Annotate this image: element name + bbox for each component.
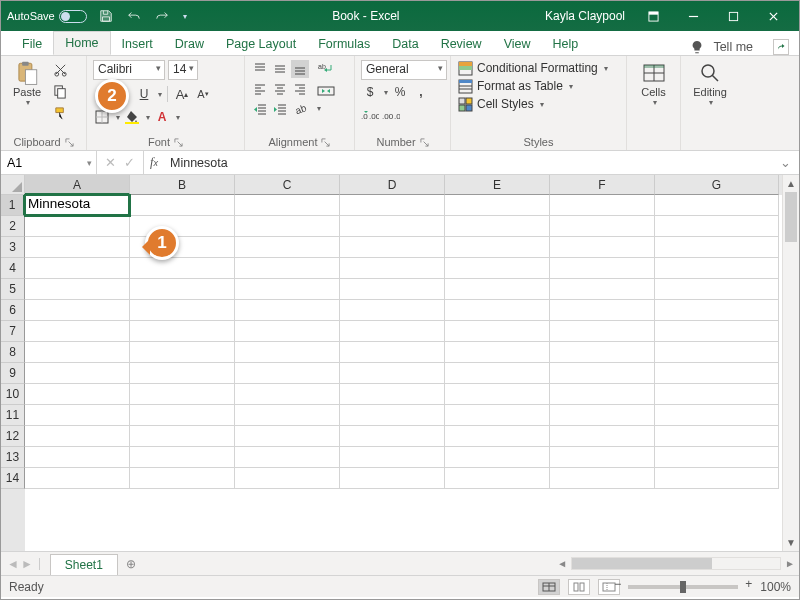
cell[interactable]: [655, 447, 779, 468]
sheet-next-icon[interactable]: ►: [21, 557, 33, 571]
cell[interactable]: [340, 363, 445, 384]
align-left-icon[interactable]: [251, 80, 269, 98]
cell[interactable]: [655, 300, 779, 321]
cell[interactable]: [340, 300, 445, 321]
enter-icon[interactable]: ✓: [124, 155, 135, 170]
cell[interactable]: [25, 321, 130, 342]
chevron-down-icon[interactable]: ▾: [384, 88, 388, 97]
cell[interactable]: [445, 447, 550, 468]
formula-input[interactable]: Minnesota: [164, 156, 772, 170]
cell[interactable]: [340, 237, 445, 258]
scroll-down-icon[interactable]: ▼: [783, 534, 799, 551]
cell[interactable]: [235, 216, 340, 237]
cell[interactable]: [25, 405, 130, 426]
cell[interactable]: [445, 216, 550, 237]
cell[interactable]: [340, 216, 445, 237]
undo-icon[interactable]: [125, 7, 143, 25]
horizontal-scrollbar[interactable]: ◄ ►: [144, 557, 799, 570]
tell-me-lightbulb-icon[interactable]: [689, 39, 705, 55]
cell[interactable]: [550, 195, 655, 216]
align-middle-icon[interactable]: [271, 60, 289, 78]
cell[interactable]: [445, 237, 550, 258]
cell[interactable]: [550, 216, 655, 237]
align-bottom-icon[interactable]: [291, 60, 309, 78]
column-header[interactable]: G: [655, 175, 779, 195]
tab-view[interactable]: View: [493, 33, 542, 55]
cell[interactable]: [25, 342, 130, 363]
row-header[interactable]: 8: [1, 342, 25, 363]
user-name[interactable]: Kayla Claypool: [545, 9, 625, 23]
cell[interactable]: [445, 300, 550, 321]
cell[interactable]: [550, 321, 655, 342]
cells-button[interactable]: Cells ▾: [634, 60, 674, 107]
cell[interactable]: [445, 195, 550, 216]
zoom-level[interactable]: 100%: [760, 580, 791, 594]
scroll-left-icon[interactable]: ◄: [557, 558, 567, 569]
scrollbar-thumb[interactable]: [572, 558, 712, 569]
cell[interactable]: [130, 300, 235, 321]
zoom-slider[interactable]: [628, 585, 738, 589]
cell[interactable]: [235, 447, 340, 468]
minimize-button[interactable]: [673, 1, 713, 31]
cell[interactable]: [130, 321, 235, 342]
cell[interactable]: [655, 468, 779, 489]
tab-draw[interactable]: Draw: [164, 33, 215, 55]
column-header[interactable]: E: [445, 175, 550, 195]
cancel-icon[interactable]: ✕: [105, 155, 116, 170]
cell[interactable]: [130, 468, 235, 489]
cell[interactable]: [655, 279, 779, 300]
format-painter-icon[interactable]: [51, 104, 69, 122]
cell[interactable]: [25, 216, 130, 237]
cell[interactable]: [235, 363, 340, 384]
cell[interactable]: [550, 468, 655, 489]
cell[interactable]: [655, 384, 779, 405]
row-header[interactable]: 12: [1, 426, 25, 447]
font-name-combo[interactable]: Calibri: [93, 60, 165, 80]
row-header[interactable]: 5: [1, 279, 25, 300]
decrease-indent-icon[interactable]: [251, 100, 269, 118]
align-top-icon[interactable]: [251, 60, 269, 78]
share-icon[interactable]: [773, 39, 789, 55]
fx-icon[interactable]: fx: [144, 155, 164, 170]
cell[interactable]: [445, 405, 550, 426]
save-icon[interactable]: [97, 7, 115, 25]
cell[interactable]: [130, 426, 235, 447]
chevron-down-icon[interactable]: ▾: [317, 104, 337, 113]
dialog-launcher-icon[interactable]: [420, 138, 429, 147]
decrease-decimal-icon[interactable]: .00.0: [382, 107, 400, 125]
cell[interactable]: [550, 363, 655, 384]
accounting-format-icon[interactable]: $: [361, 83, 379, 101]
cell[interactable]: [235, 321, 340, 342]
cell[interactable]: [235, 279, 340, 300]
column-header[interactable]: A: [25, 175, 130, 195]
cell[interactable]: [550, 426, 655, 447]
cell[interactable]: [25, 426, 130, 447]
name-box[interactable]: A1: [1, 151, 97, 174]
cell[interactable]: [445, 363, 550, 384]
cell[interactable]: [550, 342, 655, 363]
font-color-icon[interactable]: A: [153, 108, 171, 126]
cell[interactable]: [130, 384, 235, 405]
ribbon-display-options-icon[interactable]: [633, 1, 673, 31]
cell[interactable]: [445, 426, 550, 447]
cell[interactable]: [655, 405, 779, 426]
tab-file[interactable]: File: [11, 33, 53, 55]
scrollbar-thumb[interactable]: [785, 192, 797, 242]
cell[interactable]: [25, 279, 130, 300]
cell[interactable]: Minnesota: [25, 195, 130, 216]
vertical-scrollbar[interactable]: ▲ ▼: [782, 175, 799, 551]
cell[interactable]: [445, 342, 550, 363]
column-header[interactable]: F: [550, 175, 655, 195]
cut-icon[interactable]: [51, 60, 69, 78]
zoom-knob[interactable]: [680, 581, 686, 593]
cell[interactable]: [655, 216, 779, 237]
cell[interactable]: [340, 279, 445, 300]
number-format-combo[interactable]: General: [361, 60, 447, 80]
tab-formulas[interactable]: Formulas: [307, 33, 381, 55]
tab-insert[interactable]: Insert: [111, 33, 164, 55]
cell[interactable]: [445, 279, 550, 300]
cell[interactable]: [130, 363, 235, 384]
cell[interactable]: [550, 447, 655, 468]
autosave-toggle[interactable]: AutoSave: [7, 10, 87, 23]
close-button[interactable]: [753, 1, 793, 31]
